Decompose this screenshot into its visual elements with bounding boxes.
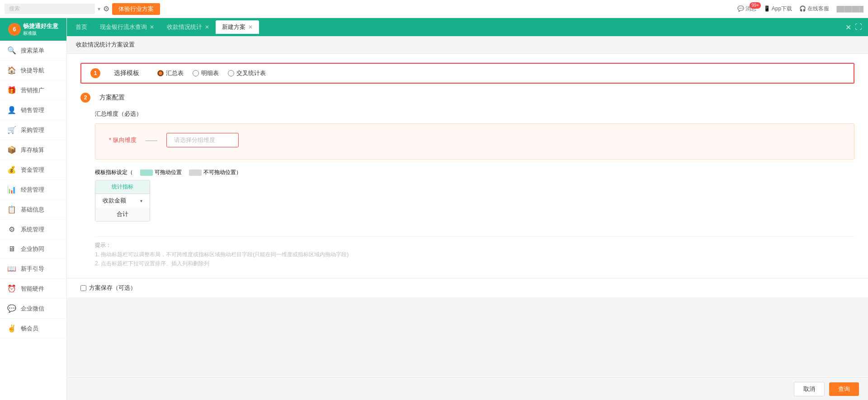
- save-area: 方案保存（可选）: [67, 278, 868, 297]
- vertical-dimension-label: 纵向维度: [109, 136, 137, 144]
- save-checkbox[interactable]: [80, 285, 86, 291]
- sidebar-item-system[interactable]: ⚙ 系统管理: [0, 220, 66, 240]
- query-button[interactable]: 查询: [829, 382, 859, 396]
- sidebar-item-member[interactable]: ✌ 畅会员: [0, 319, 66, 339]
- breadcrumb: 收款情况统计方案设置: [67, 36, 868, 54]
- content-area: 首页 现金银行流水查询 ✕ 收款情况统计 ✕ 新建方案 ✕ ✕ ⛶ 收: [67, 18, 868, 400]
- sidebar-item-label: 快捷导航: [21, 66, 44, 75]
- sidebar-item-operation[interactable]: 📊 经营管理: [0, 180, 66, 200]
- sidebar-item-purchase[interactable]: 🛒 采购管理: [0, 120, 66, 140]
- sidebar-item-basic-info[interactable]: 📋 基础信息: [0, 200, 66, 220]
- nodrag-indicator: [189, 169, 202, 176]
- guide-icon: 📖: [7, 264, 16, 273]
- enterprise-icon: 🖥: [7, 245, 16, 253]
- dropdown-arrow-icon[interactable]: ▾: [98, 6, 100, 12]
- draggable-label: 可拖动位置: [155, 169, 182, 176]
- sidebar-item-sales[interactable]: 👤 销售管理: [0, 100, 66, 120]
- purchase-icon: 🛒: [7, 126, 16, 134]
- logo-icon: 6: [8, 23, 21, 36]
- tab-close-all-icon[interactable]: ✕: [845, 23, 851, 32]
- radio-detail-input[interactable]: [193, 70, 199, 76]
- draggable-indicator: [140, 169, 153, 176]
- quick-nav-icon: 🏠: [7, 66, 16, 75]
- sidebar-item-enterprise[interactable]: 🖥 企业协同: [0, 240, 66, 259]
- metrics-cell-total: 合计: [95, 207, 150, 221]
- save-checkbox-row[interactable]: 方案保存（可选）: [80, 284, 854, 292]
- top-header: 搜索 ▾ ⚙ 体验行业方案 💬 消息 99+ 📱 App下载 🎧 在线客服 ██…: [0, 0, 868, 18]
- metric-dropdown-icon[interactable]: ▾: [140, 198, 142, 203]
- gear-icon[interactable]: ⚙: [103, 5, 109, 13]
- inventory-icon: 📦: [7, 146, 16, 154]
- app-download-area[interactable]: 📱 App下载: [764, 5, 792, 13]
- tab-bank-flow-close-icon[interactable]: ✕: [150, 24, 154, 30]
- tab-new-plan-close-icon[interactable]: ✕: [248, 24, 253, 30]
- radio-detail[interactable]: 明细表: [193, 69, 219, 77]
- metric-amount-label: 收款金额: [103, 197, 126, 205]
- sidebar-item-finance[interactable]: 💰 资金管理: [0, 160, 66, 180]
- message-area[interactable]: 💬 消息 99+: [737, 5, 756, 13]
- sidebar-logo: 6 畅捷通好生意 标准版: [0, 18, 66, 41]
- tab-collection-stat-close-icon[interactable]: ✕: [205, 24, 209, 30]
- tab-home[interactable]: 首页: [69, 20, 94, 34]
- radio-summary-input[interactable]: [157, 70, 164, 76]
- metrics-cell-amount[interactable]: 收款金额 ▾: [95, 194, 150, 207]
- sidebar-item-quick-nav[interactable]: 🏠 快捷导航: [0, 61, 66, 80]
- header-right: 💬 消息 99+ 📱 App下载 🎧 在线客服 ███████: [737, 5, 863, 13]
- dimension-select[interactable]: 请选择分组维度: [166, 133, 239, 147]
- radio-cross-input[interactable]: [228, 70, 234, 76]
- wechat-icon: 💬: [7, 304, 16, 313]
- sidebar-item-marketing[interactable]: 🎁 营销推广: [0, 80, 66, 100]
- metrics-legend: 模板指标设定（ 可拖动位置 不可拖动位置）: [95, 169, 854, 176]
- page-content: 收款情况统计方案设置 1 选择模板 汇总表 明细表: [67, 36, 868, 377]
- sidebar-item-label: 基础信息: [21, 206, 44, 214]
- sidebar-item-inventory[interactable]: 📦 库存核算: [0, 140, 66, 160]
- search-placeholder: 搜索: [9, 5, 20, 12]
- tips-item-1: 1. 拖动标题栏可以调整布局，不可跨维度或指标区域拖动栏目字段(只能在同一维度或…: [95, 251, 854, 259]
- step2-badge: 2: [80, 93, 90, 103]
- metrics-table-header: 统计指标: [95, 180, 150, 194]
- trial-button[interactable]: 体验行业方案: [112, 3, 160, 15]
- tips-title: 提示：: [95, 241, 854, 249]
- dimension-area: 纵向维度 —— 请选择分组维度: [95, 123, 854, 160]
- sidebar: 6 畅捷通好生意 标准版 🔍 搜索菜单 🏠 快捷导航 🎁 营销推广 👤 销售管理…: [0, 18, 67, 400]
- search-bar[interactable]: 搜索: [5, 4, 95, 14]
- tab-bar-actions: ✕ ⛶: [845, 23, 866, 32]
- tab-new-plan[interactable]: 新建方案 ✕: [216, 20, 259, 34]
- sidebar-item-label: 企业协同: [21, 245, 44, 253]
- tab-home-label: 首页: [75, 23, 87, 31]
- cancel-button[interactable]: 取消: [794, 382, 825, 396]
- tab-collection-stat[interactable]: 收款情况统计 ✕: [160, 20, 216, 34]
- marketing-icon: 🎁: [7, 86, 16, 94]
- sidebar-item-label: 库存核算: [21, 146, 44, 154]
- finance-icon: 💰: [7, 165, 16, 174]
- tab-bank-flow-label: 现金银行流水查询: [100, 23, 147, 31]
- user-area[interactable]: ███████: [836, 6, 863, 12]
- radio-summary[interactable]: 汇总表: [157, 69, 184, 77]
- footer-bar: 取消 查询: [67, 377, 868, 400]
- dimension-section-label: 汇总维度（必选）: [95, 110, 854, 118]
- tab-expand-icon[interactable]: ⛶: [855, 23, 862, 31]
- step1-badge: 1: [90, 68, 100, 78]
- operation-icon: 📊: [7, 185, 16, 194]
- sidebar-item-wechat[interactable]: 💬 企业微信: [0, 299, 66, 319]
- radio-cross-label: 交叉统计表: [236, 69, 266, 77]
- sidebar-item-guide[interactable]: 📖 新手引导: [0, 259, 66, 279]
- sidebar-item-label: 企业微信: [21, 305, 44, 313]
- metrics-section: 模板指标设定（ 可拖动位置 不可拖动位置）: [95, 169, 854, 268]
- radio-cross[interactable]: 交叉统计表: [228, 69, 266, 77]
- sidebar-item-search-menu[interactable]: 🔍 搜索菜单: [0, 41, 66, 61]
- sidebar-item-label: 经营管理: [21, 186, 44, 194]
- dimension-row: 纵向维度 —— 请选择分组维度: [109, 133, 840, 147]
- app-download-label: App下载: [772, 5, 792, 12]
- sidebar-item-label: 畅会员: [21, 325, 38, 333]
- breadcrumb-text: 收款情况统计方案设置: [76, 41, 135, 48]
- tab-bank-flow[interactable]: 现金银行流水查询 ✕: [94, 20, 160, 34]
- sidebar-item-hardware[interactable]: ⏰ 智能硬件: [0, 279, 66, 299]
- sidebar-item-label: 系统管理: [21, 226, 44, 234]
- logo-text: 畅捷通好生意: [23, 22, 58, 30]
- tab-collection-stat-label: 收款情况统计: [167, 23, 202, 31]
- step1-title: 选择模板: [114, 69, 139, 77]
- online-service-area[interactable]: 🎧 在线客服: [799, 5, 829, 13]
- user-name: ███████: [836, 6, 863, 12]
- sidebar-item-label: 营销推广: [21, 86, 44, 94]
